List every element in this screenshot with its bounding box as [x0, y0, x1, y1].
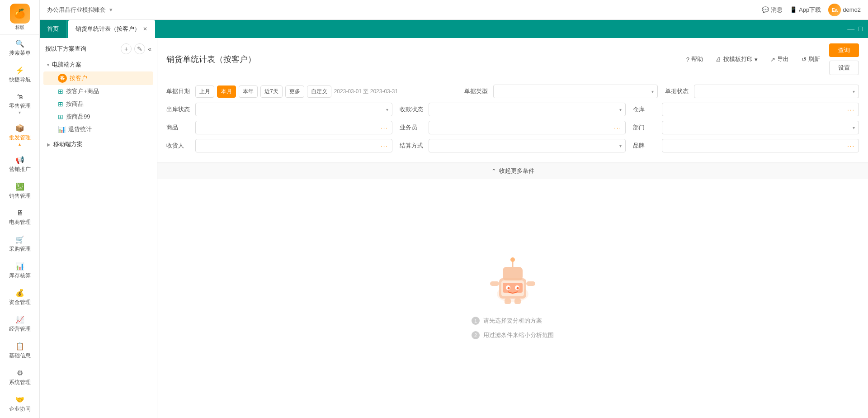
sidebar-item-retail[interactable]: 🛍 零售管理 ▾ — [0, 88, 39, 119]
receiver-select[interactable]: ··· — [195, 139, 392, 152]
tab-sales-stats[interactable]: 销货单统计表（按客户） ✕ — [68, 20, 155, 38]
sidebar-item-wholesale[interactable]: 📦 批发管理 ▴ — [0, 119, 39, 151]
customer-product-icon: ⊞ — [58, 88, 63, 95]
tabbar-actions: — □ — [842, 25, 868, 33]
salesperson-select[interactable]: ··· — [429, 121, 626, 134]
settlement-select[interactable]: ▾ — [429, 139, 626, 152]
tree-child-by-customer-product[interactable]: ⊞ 按客户+商品 — [43, 85, 153, 98]
order-type-select[interactable]: ▾ — [493, 85, 658, 98]
svg-rect-3 — [503, 283, 523, 293]
sidebar-item-ecom[interactable]: 🖥 电商管理 — [0, 204, 39, 231]
sidebar-item-purchase[interactable]: 🛒 采购管理 — [0, 231, 39, 257]
date-btn-7days[interactable]: 近7天 — [260, 86, 283, 98]
step1-text: 请先选择要分析的方案 — [483, 315, 542, 327]
empty-illustration — [486, 253, 540, 308]
help-btn[interactable]: ? 帮助 — [683, 53, 707, 65]
sidebar-item-quick-nav[interactable]: ⚡ 快捷导航 — [0, 62, 39, 88]
product99-icon: ⊞ — [58, 113, 63, 120]
tree-child-by-product-label: 按商品 — [66, 100, 84, 108]
wholesale-icon: 📦 — [15, 124, 24, 133]
sidebar-item-marketing[interactable]: 📢 营销推广 — [0, 151, 39, 178]
payment-status-select[interactable]: ▾ — [429, 103, 626, 116]
tab-minimize-btn[interactable]: — — [847, 25, 854, 33]
step2-num: 2 — [472, 331, 480, 339]
message-icon: 💬 — [762, 6, 769, 13]
message-btn[interactable]: 💬 消息 — [762, 6, 783, 14]
brand-dots: ··· — [847, 142, 855, 149]
filter-dept: 部门 ▾ — [633, 121, 859, 134]
product-dots: ··· — [381, 124, 388, 131]
tree-child-by-customer-label: 按客户 — [70, 74, 87, 82]
tab-maximize-btn[interactable]: □ — [858, 25, 863, 33]
warehouse-select[interactable]: ··· — [662, 103, 859, 116]
collapse-more-btn[interactable]: ⌃ 收起更多条件 — [157, 163, 868, 179]
print-btn[interactable]: 🖨 按模板打印 ▾ — [712, 53, 761, 65]
tree-child-returns[interactable]: 📊 退货统计 — [43, 123, 153, 136]
tree-child-by-customer[interactable]: 客 按客户 — [43, 71, 153, 85]
date-btn-last-month[interactable]: 上月 — [195, 86, 214, 98]
print-icon: 🖨 — [716, 56, 722, 63]
date-btn-this-year[interactable]: 本年 — [239, 86, 258, 98]
filter-product: 商品 ··· — [166, 121, 392, 134]
dept-select[interactable]: ▾ — [662, 121, 859, 134]
sidebar-item-collab[interactable]: 🤝 企业协同 — [0, 391, 39, 418]
refresh-btn[interactable]: ↺ 刷新 — [798, 53, 824, 65]
topbar-left: 办公用品行业模拟账套 ▾ — [47, 6, 113, 14]
product-select[interactable]: ··· — [195, 121, 392, 134]
logo-icon: 🍊 — [10, 4, 30, 24]
sidebar-item-operations[interactable]: 📈 经营管理 — [0, 311, 39, 337]
sidebar-item-finance[interactable]: 💰 资金管理 — [0, 284, 39, 311]
tree-parent-mobile[interactable]: ▶ 移动端方案 — [43, 138, 153, 151]
content-area: 按以下方案查询 + ✎ « ▾ 电脑端方案 — [40, 38, 868, 418]
order-status-select[interactable]: ▾ — [694, 85, 859, 98]
filter-payment-status: 收款状态 ▾ — [400, 103, 626, 116]
filter-row-2: 出库状态 ▾ 收款状态 ▾ 仓库 — [166, 103, 859, 116]
svg-point-7 — [517, 287, 519, 289]
svg-rect-13 — [505, 299, 511, 304]
product-icon: ⊞ — [58, 100, 63, 108]
sidebar-item-inventory[interactable]: 📊 库存核算 — [0, 257, 39, 284]
date-btn-custom[interactable]: 自定义 — [307, 86, 331, 98]
help-icon: ? — [686, 56, 689, 63]
tree-arrow-pc: ▾ — [47, 62, 49, 67]
filter-receiver: 收货人 ··· — [166, 139, 392, 152]
collab-icon: 🤝 — [15, 395, 24, 404]
add-scheme-btn[interactable]: + — [121, 43, 132, 54]
export-btn[interactable]: ↗ 导出 — [767, 53, 793, 65]
user-menu[interactable]: Ea demo2 — [828, 4, 861, 16]
query-btn[interactable]: 查询 — [829, 43, 859, 57]
filter-settlement: 结算方式 ▾ — [400, 139, 626, 152]
filter-row-1: 单据日期 上月 本月 本年 近7天 更多 自定义 2023-03-01 至 20… — [166, 85, 859, 98]
tab-close-icon[interactable]: ✕ — [143, 26, 147, 32]
system-icon: ⚙ — [17, 369, 23, 377]
sidebar-item-search[interactable]: 🔍 搜索菜单 — [0, 35, 39, 62]
right-panel: 销货单统计表（按客户） ? 帮助 🖨 按模板打印 ▾ ↗ 导出 — [157, 38, 868, 418]
svg-rect-10 — [503, 267, 523, 280]
filter-row-4: 收货人 ··· 结算方式 ▾ 品牌 — [166, 139, 859, 152]
finance-icon: 💰 — [15, 289, 24, 297]
sidebar-item-system[interactable]: ⚙ 系统管理 — [0, 364, 39, 391]
collapse-panel-btn[interactable]: « — [148, 45, 151, 52]
tree-child-by-product99-label: 按商品99 — [66, 113, 90, 121]
settings-btn[interactable]: 设置 — [829, 61, 859, 75]
search-icon: 🔍 — [15, 39, 24, 48]
date-btn-more[interactable]: 更多 — [285, 86, 304, 98]
filter-out-status: 出库状态 ▾ — [166, 103, 392, 116]
tab-home[interactable]: 首页 — [40, 20, 66, 38]
order-status-arrow: ▾ — [853, 89, 855, 94]
tree-child-by-product[interactable]: ⊞ 按商品 — [43, 98, 153, 110]
tree-parent-pc[interactable]: ▾ 电脑端方案 — [43, 58, 153, 71]
quick-nav-icon: ⚡ — [15, 66, 24, 75]
settlement-label: 结算方式 — [400, 142, 425, 150]
app-download-btn[interactable]: 📱 App下载 — [790, 6, 821, 14]
edit-scheme-btn[interactable]: ✎ — [134, 43, 145, 54]
breadcrumb-dropdown-icon[interactable]: ▾ — [109, 6, 113, 13]
out-status-select[interactable]: ▾ — [195, 103, 392, 116]
date-btn-this-month[interactable]: 本月 — [217, 86, 236, 98]
tree-child-by-product99[interactable]: ⊞ 按商品99 — [43, 110, 153, 123]
filter-row-3: 商品 ··· 业务员 ··· 部门 — [166, 121, 859, 134]
sidebar-item-sales[interactable]: 💹 销售管理 — [0, 178, 39, 204]
sidebar-item-basic-info[interactable]: 📋 基础信息 — [0, 337, 39, 364]
page-title: 销货单统计表（按客户） — [166, 54, 256, 65]
brand-select[interactable]: ··· — [662, 139, 859, 152]
